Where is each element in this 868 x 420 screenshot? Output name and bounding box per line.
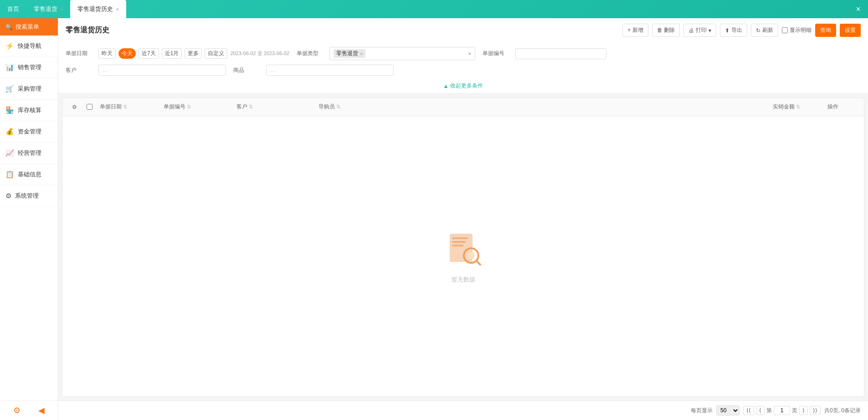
- filter-area: 单据日期 昨天 今天 近7天 近1月 更多 自定义 2023-06-02 至 2…: [66, 42, 861, 93]
- sidebar-item-quick-nav[interactable]: ⚡ 快捷导航: [0, 36, 58, 57]
- settings-bottom-icon[interactable]: ⚙: [13, 405, 21, 415]
- collapse-sidebar-icon[interactable]: ◀: [38, 405, 45, 415]
- sidebar-item-finance[interactable]: 💰 资金管理: [0, 121, 58, 143]
- svg-rect-1: [452, 237, 468, 239]
- system-icon: ⚙: [5, 192, 11, 200]
- export-icon: ⬆: [725, 27, 729, 34]
- page-nav: ⟨⟨ ⟨ 第 页 ⟩ ⟩⟩: [743, 406, 821, 415]
- page-unit: 页: [792, 407, 797, 415]
- collapse-filter-btn[interactable]: ▲ 收起更多条件: [66, 80, 861, 93]
- type-tag-remove[interactable]: ×: [360, 51, 363, 56]
- setting-button[interactable]: 设置: [840, 24, 861, 37]
- toolbar: + 新增 🗑 删除 🖨 打印 ▾ ⬆ 导出 ↻ 刷新: [622, 24, 861, 37]
- last-page-btn[interactable]: ⟩⟩: [810, 406, 821, 415]
- inventory-icon: 🏪: [5, 106, 14, 114]
- sidebar-item-inventory[interactable]: 🏪 库存核算: [0, 100, 58, 121]
- display-detail-checkbox[interactable]: [782, 27, 788, 33]
- guide-sort-icon[interactable]: ⇅: [336, 104, 340, 110]
- docnum-input[interactable]: [515, 48, 606, 59]
- goods-filter-label: 商品: [233, 67, 259, 74]
- close-retail-return-history-tab[interactable]: ×: [116, 6, 118, 12]
- date-sort-icon[interactable]: ⇅: [123, 104, 127, 110]
- refresh-button[interactable]: ↻ 刷新: [751, 24, 778, 37]
- date-filter: 昨天 今天 近7天 近1月 更多 自定义 2023-06-02 至 2023-0…: [98, 48, 289, 59]
- operations-icon: 📈: [5, 149, 14, 157]
- display-toggle[interactable]: 显示明细: [782, 26, 812, 34]
- svg-rect-3: [452, 245, 463, 246]
- sidebar-item-basic-info[interactable]: 📋 基础信息: [0, 164, 58, 185]
- customer-filter-label: 客户: [66, 67, 91, 74]
- goods-select-box[interactable]: ...: [266, 65, 394, 76]
- table-header: ⚙ 单据日期 ⇅ 单据编号 ⇅ 客户 ⇅ 导购员: [62, 98, 864, 116]
- tab-home[interactable]: 首页: [0, 0, 26, 18]
- sidebar-item-system[interactable]: ⚙ 系统管理: [0, 185, 58, 207]
- filter-row-date: 单据日期 昨天 今天 近7天 近1月 更多 自定义 2023-06-02 至 2…: [66, 47, 861, 60]
- date-range-display: 2023-06-02 至 2023-06-02: [230, 50, 289, 57]
- next-page-btn[interactable]: ⟩: [799, 406, 808, 415]
- refresh-icon: ↻: [756, 27, 760, 34]
- empty-state-icon: [443, 229, 484, 270]
- quick-nav-icon: ⚡: [5, 42, 14, 50]
- th-guide: 导购员 ⇅: [315, 103, 388, 111]
- empty-text: 暂无数据: [452, 276, 475, 284]
- table-settings-icon[interactable]: ⚙: [72, 104, 77, 110]
- amount-sort-icon[interactable]: ⇅: [796, 104, 800, 110]
- sidebar-item-operations[interactable]: 📈 经营管理: [0, 143, 58, 164]
- type-selected-tag: 零售退货 ×: [334, 49, 365, 58]
- print-dropdown-icon: ▾: [709, 27, 711, 34]
- print-button[interactable]: 🖨 打印 ▾: [683, 24, 716, 37]
- purchase-icon: 🛒: [5, 85, 14, 93]
- customer-select-box[interactable]: ...: [98, 65, 226, 76]
- docnum-sort-icon[interactable]: ⇅: [187, 104, 191, 110]
- date-more[interactable]: 更多: [185, 48, 202, 59]
- content-area: 零售退货历史 + 新增 🗑 删除 🖨 打印 ▾ ⬆ 导出 ↻: [58, 18, 868, 420]
- svg-point-6: [467, 252, 475, 259]
- th-checkbox[interactable]: [82, 104, 96, 110]
- basic-info-icon: 📋: [5, 170, 14, 179]
- date-1month[interactable]: 近1月: [162, 48, 182, 59]
- search-icon: 🔍: [5, 24, 13, 31]
- th-customer: 客户 ⇅: [233, 103, 315, 111]
- select-all-checkbox[interactable]: [87, 104, 92, 110]
- query-button[interactable]: 查询: [815, 24, 836, 37]
- sidebar-item-purchase[interactable]: 🛒 采购管理: [0, 78, 58, 100]
- page-label: 第: [766, 407, 772, 415]
- sidebar-item-sales[interactable]: 📊 销售管理: [0, 57, 58, 78]
- th-docnum: 单据编号 ⇅: [160, 103, 233, 111]
- type-filter-label: 单据类型: [297, 50, 322, 57]
- th-settings[interactable]: ⚙: [66, 104, 82, 110]
- date-7days[interactable]: 近7天: [139, 48, 159, 59]
- empty-state: 暂无数据: [62, 116, 864, 396]
- pagination: 每页显示 50 10 20 100 ⟨⟨ ⟨ 第 页 ⟩ ⟩⟩ 共0页, 0条记…: [58, 400, 868, 420]
- new-button[interactable]: + 新增: [622, 24, 648, 37]
- date-today[interactable]: 今天: [118, 48, 136, 59]
- main-layout: 🔍 搜索菜单 ⚡ 快捷导航 📊 销售管理 🛒 采购管理 🏪 库存核算 💰 资金管…: [0, 18, 868, 420]
- page-title-row: 零售退货历史 + 新增 🗑 删除 🖨 打印 ▾ ⬆ 导出 ↻: [66, 24, 861, 37]
- sidebar-bottom: ⚙ ◀: [0, 400, 58, 420]
- sidebar-search[interactable]: 🔍 搜索菜单: [0, 18, 58, 36]
- first-page-btn[interactable]: ⟨⟨: [743, 406, 754, 415]
- export-button[interactable]: ⬆ 导出: [720, 24, 747, 37]
- close-retail-return-tab[interactable]: ×: [60, 6, 63, 12]
- filter-row-customer: 客户 ... 商品 ...: [66, 65, 861, 76]
- delete-button[interactable]: 🗑 删除: [652, 24, 680, 37]
- th-action: 操作: [824, 103, 860, 111]
- page-input[interactable]: [774, 406, 790, 415]
- type-select-box[interactable]: 零售退货 × ▾: [329, 47, 475, 60]
- tab-retail-return[interactable]: 零售退货 ×: [26, 0, 70, 18]
- per-page-select[interactable]: 50 10 20 100: [716, 405, 740, 415]
- date-yesterday[interactable]: 昨天: [98, 48, 116, 59]
- prev-page-btn[interactable]: ⟨: [756, 406, 765, 415]
- date-custom[interactable]: 自定义: [205, 48, 227, 59]
- type-dropdown-icon[interactable]: ▾: [468, 51, 471, 57]
- th-amount: 实销金额 ⇅: [769, 103, 824, 111]
- tab-retail-return-history[interactable]: 零售退货历史 ×: [70, 0, 126, 18]
- sidebar: 🔍 搜索菜单 ⚡ 快捷导航 📊 销售管理 🛒 采购管理 🏪 库存核算 💰 资金管…: [0, 18, 58, 420]
- svg-rect-2: [452, 241, 466, 243]
- page-header: 零售退货历史 + 新增 🗑 删除 🖨 打印 ▾ ⬆ 导出 ↻: [58, 18, 868, 94]
- window-close-button[interactable]: ×: [848, 5, 868, 14]
- date-filter-label: 单据日期: [66, 50, 91, 57]
- collapse-icon: ▲: [443, 83, 449, 89]
- customer-sort-icon[interactable]: ⇅: [249, 104, 253, 110]
- svg-line-5: [476, 261, 480, 265]
